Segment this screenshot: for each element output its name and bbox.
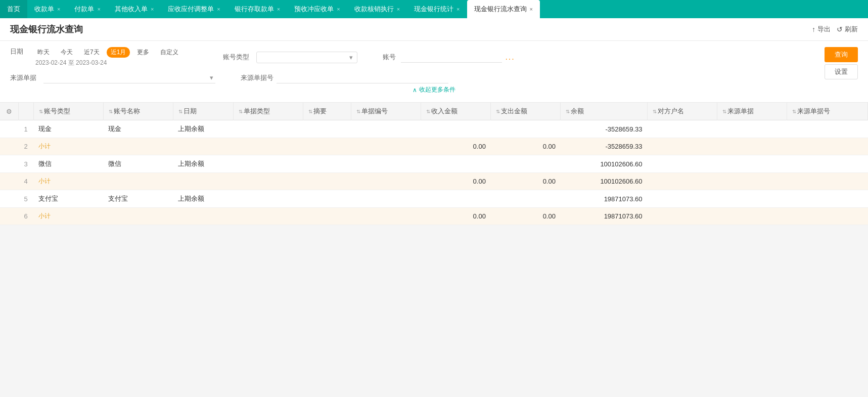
- nav-item-收款核销执行[interactable]: 收款核销执行×: [347, 0, 407, 18]
- table-row: 5支付宝支付宝上期余额19871073.60: [0, 190, 868, 208]
- close-icon[interactable]: ×: [397, 6, 400, 12]
- cell-income: [421, 120, 491, 138]
- close-icon[interactable]: ×: [217, 6, 220, 12]
- cell-source-doc-no: [787, 120, 868, 138]
- sort-arrows-icon: ⇅: [109, 109, 113, 114]
- table-row: 6小计0.000.0019871073.60: [0, 208, 868, 225]
- close-icon[interactable]: ×: [456, 6, 460, 12]
- sort-arrows-icon: ⇅: [178, 109, 182, 114]
- cell-date: [173, 173, 234, 190]
- date-btn-更多[interactable]: 更多: [133, 47, 153, 58]
- account-ellipsis-button[interactable]: ...: [505, 53, 515, 62]
- nav-item-首页[interactable]: 首页: [0, 0, 27, 18]
- close-icon[interactable]: ×: [337, 6, 340, 12]
- nav-item-现金银行统计[interactable]: 现金银行统计×: [407, 0, 467, 18]
- col-header-counterpart[interactable]: ⇅对方户名: [648, 103, 717, 120]
- col-header-income[interactable]: ⇅收入金额: [421, 103, 491, 120]
- cell-date: [173, 138, 234, 155]
- cell-summary: [303, 120, 351, 138]
- close-icon[interactable]: ×: [97, 6, 100, 12]
- cell-doc-no: [351, 120, 421, 138]
- row-settings: [0, 120, 18, 138]
- cell-balance: 19871073.60: [561, 190, 648, 208]
- nav-item-收款单[interactable]: 收款单×: [27, 0, 67, 18]
- col-header-doc_no[interactable]: ⇅单据编号: [351, 103, 421, 120]
- cell-counterpart: [648, 155, 717, 173]
- table-body: 1现金现金上期余额-3528659.332小计0.000.00-3528659.…: [0, 120, 868, 225]
- col-header-balance[interactable]: ⇅余额: [561, 103, 648, 120]
- source-doc-chevron-icon: ▾: [210, 74, 213, 81]
- nav-item-现金银行流水查询[interactable]: 现金银行流水查询×: [467, 0, 540, 18]
- cell-expense: [491, 155, 561, 173]
- date-btn-昨天[interactable]: 昨天: [33, 47, 54, 58]
- close-icon[interactable]: ×: [277, 6, 280, 12]
- row-number: 3: [18, 155, 33, 173]
- cell-source-doc: [717, 138, 787, 155]
- close-icon[interactable]: ×: [530, 6, 533, 12]
- source-doc-no-input[interactable]: [277, 72, 448, 83]
- collapse-bar[interactable]: ∧ 收起更多条件: [10, 83, 858, 96]
- row-settings: [0, 208, 18, 225]
- cell-source-doc-no: [787, 208, 868, 225]
- sort-arrows-icon: ⇅: [308, 109, 312, 114]
- nav-item-预收冲应收单[interactable]: 预收冲应收单×: [287, 0, 347, 18]
- col-header-date[interactable]: ⇅日期: [173, 103, 234, 120]
- source-doc-select[interactable]: ▾: [43, 72, 215, 83]
- table-row: 1现金现金上期余额-3528659.33: [0, 120, 868, 138]
- date-btn-今天[interactable]: 今天: [57, 47, 77, 58]
- cell-date: [173, 208, 234, 225]
- settings-button[interactable]: 设置: [825, 64, 858, 79]
- collapse-up-icon: ∧: [413, 86, 417, 94]
- col-header-expense[interactable]: ⇅支出金额: [491, 103, 561, 120]
- cell-account-type: 小计: [33, 208, 103, 225]
- cell-account-name: [103, 208, 173, 225]
- nav-item-应收应付调整单[interactable]: 应收应付调整单×: [161, 0, 227, 18]
- cell-balance: -3528659.33: [561, 138, 648, 155]
- account-type-chevron-icon: ▾: [349, 54, 353, 61]
- col-header-source_doc_no[interactable]: ⇅来源单据号: [787, 103, 868, 120]
- col-header-summary[interactable]: ⇅摘要: [303, 103, 351, 120]
- cell-source-doc: [717, 120, 787, 138]
- date-range: 2023-02-24 至 2023-03-24: [35, 59, 182, 67]
- cell-source-doc: [717, 155, 787, 173]
- cell-doc-no: [351, 155, 421, 173]
- gear-icon[interactable]: ⚙: [6, 108, 12, 115]
- query-button[interactable]: 查询: [825, 47, 858, 62]
- col-header-account_name[interactable]: ⇅账号名称: [103, 103, 173, 120]
- cell-counterpart: [648, 138, 717, 155]
- sort-arrows-icon: ⇅: [426, 109, 430, 114]
- close-icon[interactable]: ×: [57, 6, 60, 12]
- close-icon[interactable]: ×: [151, 6, 154, 12]
- account-input[interactable]: [401, 52, 502, 63]
- cell-doc-type: [234, 173, 303, 190]
- account-type-label: 账号类型: [223, 53, 253, 62]
- date-btn-近7天[interactable]: 近7天: [80, 47, 104, 58]
- cell-account-type: 小计: [33, 138, 103, 155]
- col-header-doc_type[interactable]: ⇅单据类型: [234, 103, 303, 120]
- cell-balance: 100102606.60: [561, 155, 648, 173]
- nav-item-其他收入单[interactable]: 其他收入单×: [108, 0, 161, 18]
- table-container: ⚙⇅账号类型⇅账号名称⇅日期⇅单据类型⇅摘要⇅单据编号⇅收入金额⇅支出金额⇅余额…: [0, 103, 868, 225]
- cell-date: 上期余额: [173, 120, 234, 138]
- col-header-source_doc[interactable]: ⇅来源单据: [717, 103, 787, 120]
- cell-date: 上期余额: [173, 190, 234, 208]
- account-label: 账号: [383, 53, 398, 62]
- nav-item-付款单[interactable]: 付款单×: [67, 0, 107, 18]
- account-type-select[interactable]: ▾: [256, 52, 357, 63]
- cell-expense: 0.00: [491, 208, 561, 225]
- refresh-icon: ↺: [837, 25, 843, 33]
- table-row: 2小计0.000.00-3528659.33: [0, 138, 868, 155]
- date-btn-自定义[interactable]: 自定义: [156, 47, 182, 58]
- col-header-account_type[interactable]: ⇅账号类型: [33, 103, 103, 120]
- sort-arrows-icon: ⇅: [722, 109, 726, 114]
- filter-area: 日期 昨天今天近7天近1月更多自定义 2023-02-24 至 2023-03-…: [0, 41, 868, 103]
- cell-income: 0.00: [421, 208, 491, 225]
- cell-doc-no: [351, 190, 421, 208]
- nav-item-银行存取款单[interactable]: 银行存取款单×: [227, 0, 287, 18]
- date-btn-近1月[interactable]: 近1月: [107, 47, 130, 58]
- refresh-button[interactable]: ↺ 刷新: [837, 25, 858, 34]
- cell-source-doc-no: [787, 173, 868, 190]
- table-row: 3微信微信上期余额100102606.60: [0, 155, 868, 173]
- export-button[interactable]: ↑ 导出: [812, 25, 831, 34]
- cell-counterpart: [648, 208, 717, 225]
